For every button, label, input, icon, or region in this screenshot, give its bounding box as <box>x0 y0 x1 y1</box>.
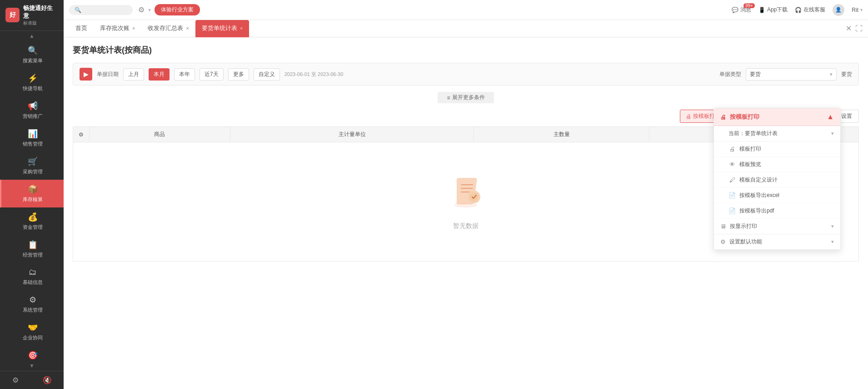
mute-bottom-icon[interactable]: 🔇 <box>43 376 52 384</box>
collab-icon: 🤝 <box>28 323 38 333</box>
print-dropdown: 🖨 按模板打印 ▲ 当前：要货单统计表 ▾ 🖨 模板打印 👁 模板预览 🖊 模板… <box>713 108 841 250</box>
dropdown-item-template-excel[interactable]: 📄 按模板导出excel <box>714 188 840 203</box>
sidebar-item-finance[interactable]: 💰 资金管理 <box>0 207 64 235</box>
type-select[interactable]: 要货 ▾ <box>746 68 837 81</box>
topbar-right: 💬 消息 99+ 📱 App下载 🎧 在线客服 👤 Rit ▾ <box>732 4 863 16</box>
table-col-settings[interactable]: ⚙ <box>73 127 90 142</box>
yaohuo-label: 要货 <box>841 71 852 78</box>
topbar-settings-icon[interactable]: ⚙ <box>138 5 145 14</box>
tab-collection-close[interactable]: × <box>186 25 189 31</box>
expand-conditions-button[interactable]: ≡ 展开更多条件 <box>438 92 494 103</box>
app-icon: 📱 <box>758 7 765 13</box>
tab-close-all-icon[interactable]: ✕ <box>846 24 852 33</box>
app-download-button[interactable]: 📱 App下载 <box>758 6 788 14</box>
tab-order-stat-close[interactable]: × <box>240 25 243 31</box>
logo-icon: 好 <box>5 8 20 22</box>
user-avatar[interactable]: 👤 <box>833 4 844 16</box>
template-pdf-icon: 📄 <box>728 207 736 215</box>
online-service-button[interactable]: 🎧 在线客服 <box>795 6 825 14</box>
content-area: 要货单统计表(按商品) ▶ 单据日期 上月 本月 本年 近7天 更多 自定义 2… <box>64 37 868 389</box>
user-name-text: Rit <box>852 7 858 13</box>
sidebar: 好 畅捷通好生意 标准版 ▲ 🔍 搜索菜单 ⚡ 快捷导航 📢 营销推广 📊 销售… <box>0 0 64 389</box>
sidebar-item-quicknav[interactable]: ⚡ 快捷导航 <box>0 69 64 96</box>
page-title: 要货单统计表(按商品) <box>73 45 859 56</box>
tab-home-label: 首页 <box>75 24 87 32</box>
basic-icon: 🗂 <box>29 268 37 277</box>
empty-text: 暂无数据 <box>453 222 479 230</box>
promo-button[interactable]: 体验行业方案 <box>155 4 200 15</box>
tab-order-stat[interactable]: 要货单统计表 × <box>195 20 249 37</box>
filter-expand-button[interactable]: ▶ <box>80 68 92 81</box>
dropdown-item-template-design[interactable]: 🖊 模板自定义设计 <box>714 172 840 188</box>
sidebar-label-sales: 销售管理 <box>23 141 43 147</box>
search-box[interactable]: 🔍 <box>69 5 133 15</box>
sidebar-item-search[interactable]: 🔍 搜索菜单 <box>0 41 64 69</box>
template-pdf-label: 按模板导出pdf <box>739 207 774 215</box>
sidebar-item-guide[interactable]: 🎯 新手引导 <box>0 346 64 361</box>
dropdown-item-default-func[interactable]: ⚙ 设置默认功能 ▾ <box>714 234 840 250</box>
tab-batch-close[interactable]: × <box>132 25 135 31</box>
service-icon: 🎧 <box>795 7 802 13</box>
expand-conditions: ≡ 展开更多条件 <box>73 89 859 106</box>
type-select-value: 要货 <box>750 71 761 78</box>
sidebar-scroll-up[interactable]: ▲ <box>0 31 64 41</box>
tab-order-stat-label: 要货单统计表 <box>202 24 237 32</box>
sidebar-label-system: 系统管理 <box>23 307 43 313</box>
dropdown-item-template-preview[interactable]: 👁 模板预览 <box>714 157 840 172</box>
sidebar-item-marketing[interactable]: 📢 营销推广 <box>0 96 64 124</box>
settings-bottom-icon[interactable]: ⚙ <box>12 376 19 384</box>
sidebar-item-sales[interactable]: 📊 销售管理 <box>0 124 64 152</box>
dropdown-current-label: 当前：要货单统计表 <box>728 130 778 137</box>
sidebar-label-basic: 基础信息 <box>23 279 43 286</box>
dropdown-item-display-print[interactable]: 🖥 按显示打印 ▾ <box>714 219 840 234</box>
tab-batch[interactable]: 库存批次账 × <box>94 20 141 37</box>
dropdown-title: 按模板打印 <box>730 113 759 121</box>
sidebar-item-system[interactable]: ⚙ 系统管理 <box>0 290 64 318</box>
tab-collection[interactable]: 收发存汇总表 × <box>141 20 195 37</box>
sidebar-nav: 🔍 搜索菜单 ⚡ 快捷导航 📢 营销推广 📊 销售管理 🛒 采购管理 📦 库存核… <box>0 41 64 361</box>
table-col-unit: 主计量单位 <box>230 127 474 142</box>
sidebar-item-collab[interactable]: 🤝 企业协同 <box>0 318 64 346</box>
date-btn-current-month[interactable]: 本月 <box>149 68 170 81</box>
sidebar-label-purchase: 采购管理 <box>23 168 43 175</box>
guide-icon: 🎯 <box>28 350 38 360</box>
topbar-dropdown-icon[interactable]: ▾ <box>148 7 151 13</box>
tab-expand-icon[interactable]: ⛶ <box>855 25 863 33</box>
tab-collection-label: 收发存汇总表 <box>148 24 183 32</box>
date-btn-more[interactable]: 更多 <box>228 68 249 81</box>
sidebar-label-quicknav: 快捷导航 <box>23 85 43 92</box>
logo-text: 畅捷通好生意 标准版 <box>23 5 58 26</box>
user-dropdown-icon: ▾ <box>860 7 863 12</box>
quicknav-icon: ⚡ <box>28 73 38 83</box>
tab-home[interactable]: 首页 <box>69 20 94 37</box>
sidebar-item-purchase[interactable]: 🛒 采购管理 <box>0 152 64 180</box>
template-design-label: 模板自定义设计 <box>739 176 778 184</box>
brand-name: 畅捷通好生意 <box>23 5 58 20</box>
sidebar-item-operation[interactable]: 📋 经营管理 <box>0 235 64 263</box>
tab-batch-label: 库存批次账 <box>100 24 130 32</box>
sidebar-item-basic[interactable]: 🗂 基础信息 <box>0 263 64 290</box>
template-excel-label: 按模板导出excel <box>739 192 779 199</box>
sidebar-bottom: ⚙ 🔇 <box>0 371 64 389</box>
dropdown-item-template-print[interactable]: 🖨 模板打印 <box>714 141 840 157</box>
avatar-circle: 👤 <box>833 4 844 16</box>
sidebar-scroll-down[interactable]: ▼ <box>0 361 64 371</box>
template-preview-icon: 👁 <box>728 161 736 168</box>
message-button[interactable]: 💬 消息 99+ <box>732 6 751 14</box>
message-badge: 99+ <box>743 3 755 8</box>
template-print-label: 模板打印 <box>739 145 761 153</box>
date-btn-custom[interactable]: 自定义 <box>254 68 280 81</box>
system-icon: ⚙ <box>29 295 36 305</box>
date-btn-7days[interactable]: 近7天 <box>200 68 224 81</box>
dropdown-close-icon[interactable]: ▲ <box>827 113 834 121</box>
tabs-bar: 首页 库存批次账 × 收发存汇总表 × 要货单统计表 × ✕ ⛶ <box>64 20 868 37</box>
dropdown-item-template-pdf[interactable]: 📄 按模板导出pdf <box>714 203 840 219</box>
app-label: App下载 <box>767 6 788 14</box>
date-btn-year[interactable]: 本年 <box>174 68 195 81</box>
type-filter-label: 单据类型 <box>719 71 741 78</box>
user-name[interactable]: Rit ▾ <box>852 7 863 13</box>
date-btn-last-month[interactable]: 上月 <box>123 68 144 81</box>
sidebar-label-marketing: 营销推广 <box>23 113 43 120</box>
dropdown-current-item[interactable]: 当前：要货单统计表 ▾ <box>714 126 840 141</box>
sidebar-item-inventory[interactable]: 📦 库存核算 <box>0 180 64 207</box>
